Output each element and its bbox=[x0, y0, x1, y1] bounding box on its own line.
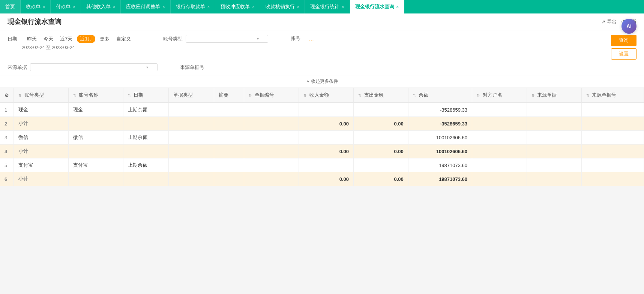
cell-source-doc bbox=[527, 158, 581, 172]
account-type-label: 账号类型 bbox=[163, 36, 183, 42]
nav-bank-deposit-close[interactable]: × bbox=[207, 4, 210, 9]
sort-icon-account-name[interactable]: ⇅ bbox=[73, 93, 76, 97]
table-row[interactable]: 3微信微信上期余额100102606.60 bbox=[0, 131, 644, 145]
cell-doc-type bbox=[168, 131, 214, 145]
cell-account-type: 现金 bbox=[14, 103, 69, 117]
date-opt-1month[interactable]: 近1月 bbox=[77, 35, 95, 43]
nav-receipt-close[interactable]: × bbox=[43, 4, 45, 9]
cell-account-name: 微信 bbox=[68, 131, 123, 145]
source-doc-no-label: 来源单据号 bbox=[180, 64, 204, 71]
cell-date: 上期余额 bbox=[123, 103, 168, 117]
source-doc-select[interactable]: ▾ bbox=[30, 63, 158, 71]
cell-income bbox=[299, 103, 354, 117]
collapse-icon: ∧ bbox=[306, 79, 310, 84]
date-opt-more[interactable]: 更多 bbox=[98, 35, 112, 43]
cell-summary bbox=[214, 158, 244, 172]
sort-icon-balance[interactable]: ⇅ bbox=[413, 93, 416, 97]
nav-bank-deposit[interactable]: 银行存取款单 × bbox=[171, 0, 215, 13]
gear-icon[interactable]: ⚙ bbox=[5, 93, 9, 98]
cell-counterparty bbox=[472, 172, 527, 186]
top-nav: 首页 收款单 × 付款单 × 其他收入单 × 应收应付调整单 × 银行存取款单 … bbox=[0, 0, 644, 13]
cell-counterparty bbox=[472, 131, 527, 145]
nav-payment[interactable]: 付款单 × bbox=[51, 0, 81, 13]
nav-prepaid-close[interactable]: × bbox=[252, 4, 254, 9]
date-opt-custom[interactable]: 自定义 bbox=[114, 35, 133, 43]
settings-button[interactable]: 设置 bbox=[611, 48, 636, 60]
cell-balance: -3528659.33 bbox=[408, 103, 472, 117]
nav-settlement[interactable]: 收款核销执行 × bbox=[260, 0, 305, 13]
table-row[interactable]: 2小计0.000.00-3528659.33 bbox=[0, 117, 644, 131]
sort-icon-source-doc[interactable]: ⇅ bbox=[531, 93, 534, 97]
cell-source-doc bbox=[527, 117, 581, 131]
row-num: 6 bbox=[0, 172, 14, 186]
source-doc-no-input[interactable] bbox=[207, 64, 335, 71]
table-row[interactable]: 5支付宝支付宝上期余额19871073.60 bbox=[0, 158, 644, 172]
table-settings-col[interactable]: ⚙ bbox=[0, 88, 14, 103]
page-header: 现金银行流水查询 ↗ 导出 ↺ 刷新 bbox=[0, 13, 644, 30]
ai-badge[interactable]: Ai bbox=[621, 19, 636, 34]
table-row[interactable]: 1现金现金上期余额-3528659.33 bbox=[0, 103, 644, 117]
sort-icon-account-type[interactable]: ⇅ bbox=[18, 93, 21, 97]
query-button[interactable]: 查询 bbox=[611, 35, 636, 46]
cell-summary bbox=[214, 172, 244, 186]
cell-counterparty bbox=[472, 103, 527, 117]
date-options: 昨天 今天 近7天 近1月 更多 自定义 bbox=[25, 35, 133, 43]
cell-doc-type bbox=[168, 117, 214, 131]
table-row[interactable]: 4小计0.000.00100102606.60 bbox=[0, 145, 644, 158]
sort-icon-income[interactable]: ⇅ bbox=[303, 93, 306, 97]
collapse-bar[interactable]: ∧ 收起更多条件 bbox=[0, 76, 644, 87]
sort-icon-expense[interactable]: ⇅ bbox=[358, 93, 361, 97]
nav-bank-stats-close[interactable]: × bbox=[342, 4, 344, 9]
date-opt-yesterday[interactable]: 昨天 bbox=[25, 35, 39, 43]
sort-icon-counterparty[interactable]: ⇅ bbox=[477, 93, 480, 97]
nav-receipt[interactable]: 收款单 × bbox=[21, 0, 51, 13]
cell-doc-no bbox=[244, 103, 299, 117]
cell-doc-no bbox=[244, 131, 299, 145]
account-type-select[interactable]: ▾ bbox=[186, 35, 268, 43]
date-opt-7days[interactable]: 近7天 bbox=[58, 35, 75, 43]
cell-account-type: 小计 bbox=[14, 145, 69, 158]
nav-bank-flow-close[interactable]: × bbox=[396, 4, 399, 9]
export-button[interactable]: ↗ 导出 bbox=[601, 18, 617, 25]
col-source-doc: ⇅ 来源单据 bbox=[527, 88, 581, 103]
cell-doc-type bbox=[168, 103, 214, 117]
col-date: ⇅ 日期 bbox=[123, 88, 168, 103]
sort-icon-doc-no[interactable]: ⇅ bbox=[249, 93, 252, 97]
nav-prepaid[interactable]: 预收冲应收单 × bbox=[215, 0, 260, 13]
cell-account-name bbox=[68, 145, 123, 158]
date-range-display: 2023-02-24 至 2023-03-24 bbox=[22, 45, 75, 50]
nav-home[interactable]: 首页 bbox=[0, 0, 21, 13]
nav-other-income-close[interactable]: × bbox=[113, 4, 115, 9]
row-num: 5 bbox=[0, 158, 14, 172]
cell-balance: 100102606.60 bbox=[408, 131, 472, 145]
cell-expense bbox=[353, 103, 408, 117]
cell-source-doc-no bbox=[581, 131, 644, 145]
table-row[interactable]: 6小计0.000.0019871073.60 bbox=[0, 172, 644, 186]
nav-adjustment[interactable]: 应收应付调整单 × bbox=[121, 0, 170, 13]
nav-adjustment-close[interactable]: × bbox=[162, 4, 165, 9]
cell-date bbox=[123, 172, 168, 186]
right-action-buttons: 查询 设置 bbox=[611, 35, 636, 60]
nav-other-income[interactable]: 其他收入单 × bbox=[81, 0, 121, 13]
page-title: 现金银行流水查询 bbox=[8, 17, 62, 26]
account-dots[interactable]: ... bbox=[309, 35, 314, 42]
cell-source-doc bbox=[527, 131, 581, 145]
cell-expense bbox=[353, 158, 408, 172]
nav-settlement-close[interactable]: × bbox=[297, 4, 299, 9]
cell-account-type: 支付宝 bbox=[14, 158, 69, 172]
date-opt-today[interactable]: 今天 bbox=[41, 35, 56, 43]
col-account-type: ⇅ 账号类型 bbox=[14, 88, 69, 103]
sort-icon-date[interactable]: ⇅ bbox=[128, 93, 131, 97]
account-no-input[interactable] bbox=[317, 35, 392, 42]
cell-doc-type bbox=[168, 172, 214, 186]
cell-account-name bbox=[68, 117, 123, 131]
nav-bank-stats[interactable]: 现金银行统计 × bbox=[305, 0, 350, 13]
sort-icon-source-doc-no[interactable]: ⇅ bbox=[586, 93, 589, 97]
nav-payment-close[interactable]: × bbox=[73, 4, 75, 9]
nav-bank-flow[interactable]: 现金银行流水查询 × bbox=[350, 0, 404, 13]
date-label: 日期 bbox=[8, 36, 23, 42]
cell-expense: 0.00 bbox=[353, 117, 408, 131]
cell-income: 0.00 bbox=[299, 172, 354, 186]
col-doc-no: ⇅ 单据编号 bbox=[244, 88, 299, 103]
col-summary: 摘要 bbox=[214, 88, 244, 103]
